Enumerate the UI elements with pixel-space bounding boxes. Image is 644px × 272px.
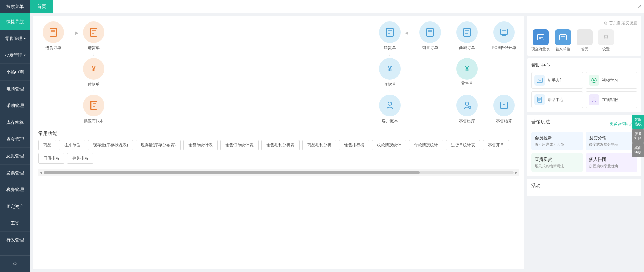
sidebar-item-label: 总账管理 bbox=[6, 153, 24, 159]
cs-desktop-button[interactable]: 桌面快捷 bbox=[632, 143, 644, 157]
sidebar: 快捷导航 零售管理 ▾ 批发管理 ▾ 小畅电商 电商管理 采购管理 库存核算 资… bbox=[0, 13, 30, 272]
help-item-customer-service[interactable]: 在线客服 bbox=[586, 91, 637, 108]
func-btn-receipt-stat[interactable]: 收款情况统计 bbox=[372, 140, 406, 150]
retail-icon: ¥ bbox=[456, 58, 478, 80]
sidebar-item-label: 行政管理 bbox=[6, 237, 24, 243]
sidebar-item-ecommerce-mgmt[interactable]: 电商管理 bbox=[0, 81, 30, 97]
func-btn-store-rank[interactable]: 门店排名 bbox=[38, 153, 64, 164]
flow-node-purchase[interactable]: 进货单 bbox=[79, 21, 109, 51]
flow-node-receipt[interactable]: ¥ 收款单 bbox=[375, 58, 405, 87]
flow-node-payment[interactable]: ¥ 付款单 bbox=[79, 58, 109, 87]
sidebar-item-label: 发票管理 bbox=[6, 170, 24, 176]
sidebar-item-quicknav[interactable]: 快捷导航 bbox=[0, 13, 30, 30]
flow-node-sales-order[interactable]: 销售订单 bbox=[415, 21, 445, 51]
scroll-track[interactable] bbox=[44, 171, 514, 174]
flow-node-retail-out[interactable]: 零售出库 bbox=[452, 95, 482, 124]
marketing-item-fission-title: 裂变分销 bbox=[589, 135, 634, 141]
flow-node-pos[interactable]: POS收银开单 bbox=[489, 21, 519, 51]
sidebar-item-salary[interactable]: 工资 bbox=[0, 215, 30, 232]
func-btn-sales-rank[interactable]: 销售排行榜 bbox=[339, 140, 369, 150]
flow-node-retail-settle[interactable]: ¥ 零售结算 bbox=[489, 95, 519, 124]
help-item-video[interactable]: 视频学习 bbox=[586, 72, 637, 89]
help-center-section: 帮助中心 新手入门 视频学习 bbox=[527, 58, 641, 112]
sidebar-item-label: 固定资产 bbox=[6, 203, 24, 210]
sidebar-item-admin[interactable]: 行政管理 bbox=[0, 232, 30, 248]
marketing-item-member-title: 会员拉新 bbox=[535, 135, 580, 141]
help-item-beginner[interactable]: 新手入门 bbox=[531, 72, 583, 89]
func-btn-partners[interactable]: 往来单位 bbox=[59, 140, 85, 150]
func-btn-sales-profit[interactable]: 销售毛利分析表 bbox=[261, 140, 300, 150]
cs-hotline-button[interactable]: 客服热线 bbox=[632, 115, 644, 129]
sidebar-item-fixedassets[interactable]: 固定资产 bbox=[0, 198, 30, 215]
sidebar-item-invoice[interactable]: 发票管理 bbox=[0, 165, 30, 181]
chevron-down-icon: ▾ bbox=[24, 37, 26, 40]
right-panel: ⚙ 首页自定义设置 现金流量表 bbox=[527, 16, 641, 269]
sidebar-settings-button[interactable]: ⚙ bbox=[0, 255, 30, 272]
flow-node-mall-order[interactable]: 商城订单 bbox=[452, 21, 482, 51]
marketing-item-fission[interactable]: 裂变分销 裂变式发展分销商 bbox=[586, 132, 637, 150]
svg-rect-41 bbox=[537, 78, 542, 83]
sidebar-item-inventory[interactable]: 库存核算 bbox=[0, 114, 30, 131]
supplier-book-icon bbox=[83, 95, 104, 116]
scroll-left-arrow[interactable]: ◀ bbox=[40, 171, 42, 174]
svg-rect-8 bbox=[386, 28, 393, 36]
beginner-icon bbox=[534, 75, 545, 86]
svg-rect-0 bbox=[50, 28, 57, 36]
func-btn-stock-status[interactable]: 现存量(库存状况表) bbox=[88, 140, 133, 150]
svg-marker-43 bbox=[593, 79, 595, 81]
quick-icon-empty[interactable]: 暂无 bbox=[577, 29, 593, 52]
sidebar-item-label: 电商管理 bbox=[6, 86, 24, 92]
flow-node-supplier-book[interactable]: 供应商账本 bbox=[79, 95, 109, 124]
func-btn-sales-stat[interactable]: 销货单统计表 bbox=[183, 140, 218, 150]
scroll-right-arrow[interactable]: ▶ bbox=[515, 171, 518, 174]
marketing-item-group-title: 多人拼团 bbox=[589, 156, 634, 163]
cs-community-button[interactable]: 服务社区 bbox=[632, 129, 644, 143]
func-btn-payment-stat[interactable]: 付款情况统计 bbox=[409, 140, 443, 150]
fullscreen-button[interactable]: ⤢ bbox=[637, 3, 641, 10]
sidebar-item-finance[interactable]: 资金管理 bbox=[0, 131, 30, 148]
sidebar-item-retail[interactable]: 零售管理 ▾ bbox=[0, 30, 30, 47]
func-btn-stock-dist[interactable]: 现存量(库存分布表) bbox=[136, 140, 181, 150]
quick-icon-partners[interactable]: 往来单位 bbox=[555, 29, 571, 52]
func-btn-purchase-stat[interactable]: 进货单统计表 bbox=[446, 140, 480, 150]
quick-nav-settings[interactable]: ⚙ 首页自定义设置 bbox=[531, 20, 637, 26]
func-btn-goods[interactable]: 商品 bbox=[38, 140, 56, 150]
help-item-beginner-label: 新手入门 bbox=[548, 78, 564, 83]
func-btn-guide-rank[interactable]: 导购排名 bbox=[67, 153, 93, 164]
customer-book-icon bbox=[379, 95, 401, 116]
func-btn-retail-order[interactable]: 零售开单 bbox=[483, 140, 509, 150]
flow-node-customer-book[interactable]: 客户账本 bbox=[375, 95, 405, 124]
sidebar-item-label: 采购管理 bbox=[6, 103, 24, 109]
quick-icon-cashflow-label: 现金流量表 bbox=[531, 47, 550, 52]
marketing-item-group-desc: 拼团购物享受优惠 bbox=[589, 164, 634, 169]
marketing-header: 营销玩法 更多营销玩法 > bbox=[531, 119, 637, 128]
sidebar-item-tax[interactable]: 税务管理 bbox=[0, 181, 30, 198]
marketing-item-group[interactable]: 多人拼团 拼团购物享受优惠 bbox=[586, 153, 637, 172]
sidebar-item-ecommerce-small[interactable]: 小畅电商 bbox=[0, 64, 30, 81]
sidebar-item-purchase[interactable]: 采购管理 bbox=[0, 97, 30, 114]
sidebar-item-label: 小畅电商 bbox=[6, 69, 24, 75]
scroll-thumb[interactable] bbox=[44, 171, 420, 174]
svg-point-30 bbox=[465, 102, 469, 105]
svg-rect-21 bbox=[502, 35, 506, 36]
marketing-item-member[interactable]: 会员拉新 吸引用户成为会员 bbox=[531, 132, 583, 150]
marketing-item-live[interactable]: 直播卖货 场景式购物新玩法 bbox=[531, 153, 583, 172]
sidebar-item-label: 税务管理 bbox=[6, 187, 24, 193]
func-btn-goods-profit[interactable]: 商品毛利分析 bbox=[302, 140, 336, 150]
help-item-docs[interactable]: 帮助中心 bbox=[531, 91, 583, 108]
flow-node-purchase-order[interactable]: 进货订单 bbox=[38, 21, 68, 51]
retail-out-icon bbox=[456, 95, 478, 116]
tab-home[interactable]: 首页 bbox=[30, 0, 53, 13]
retail-settle-icon: ¥ bbox=[493, 95, 515, 116]
sidebar-item-label: 库存核算 bbox=[6, 120, 24, 126]
quick-nav-icons-row: 现金流量表 往来单位 暂无 bbox=[531, 29, 637, 52]
flow-node-sales[interactable]: 销货单 bbox=[375, 21, 405, 51]
horizontal-scrollbar[interactable]: ◀ ▶ bbox=[38, 169, 519, 176]
quick-icon-cashflow[interactable]: 现金流量表 bbox=[531, 29, 550, 52]
func-btn-sales-order-stat[interactable]: 销售订单统计表 bbox=[220, 140, 259, 150]
svg-point-29 bbox=[388, 102, 392, 105]
sidebar-item-ledger[interactable]: 总账管理 bbox=[0, 148, 30, 165]
search-menu-button[interactable]: 搜索菜单 bbox=[0, 0, 30, 13]
quick-icon-settings[interactable]: ⚙ 设置 bbox=[598, 29, 614, 52]
sidebar-item-wholesale[interactable]: 批发管理 ▾ bbox=[0, 47, 30, 64]
